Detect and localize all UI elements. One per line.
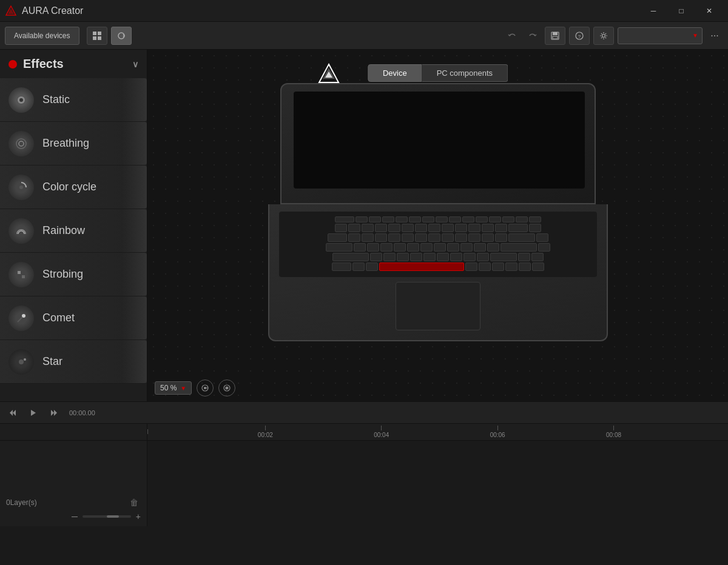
breathing-label: Breathing: [42, 137, 89, 150]
key-rshift: [490, 253, 517, 261]
timeline-current-time: 00:00.00: [69, 409, 95, 416]
close-button[interactable]: ✕: [695, 0, 723, 22]
touchpad: [396, 282, 480, 330]
effect-item-comet[interactable]: Comet: [0, 296, 147, 340]
fn-key-row: [284, 216, 592, 222]
key-0: [468, 224, 480, 232]
tl-marker-3: 00:06: [490, 426, 505, 438]
shift-key-row: [284, 253, 592, 261]
effect-item-static[interactable]: Static: [0, 78, 147, 122]
toolbar: Available devices: [0, 22, 728, 50]
effect-item-strobing[interactable]: Strobing: [0, 253, 147, 296]
device-tabs: Device PC components: [368, 64, 508, 82]
delete-layer-button[interactable]: 🗑: [127, 496, 141, 509]
key-f6: [422, 216, 434, 222]
effects-header[interactable]: Effects ∨: [0, 50, 147, 78]
tl-marker-0: [147, 429, 148, 435]
laptop-screen: [294, 92, 585, 189]
timeline-play-button[interactable]: [25, 405, 41, 421]
strobing-label: Strobing: [42, 268, 83, 281]
grid-view-button[interactable]: [87, 27, 107, 45]
effect-item-star[interactable]: Star: [0, 340, 147, 384]
strobing-icon: [8, 262, 34, 287]
svg-rect-7: [553, 32, 558, 35]
star-label: Star: [42, 355, 62, 368]
key-enter: [500, 243, 537, 252]
bottom-key-row: [284, 262, 592, 271]
rainbow-label: Rainbow: [42, 224, 85, 237]
timeline-scroll-thumb: [107, 515, 119, 518]
key-3: [375, 224, 387, 232]
settings-button[interactable]: [593, 27, 614, 45]
tab-device[interactable]: Device: [368, 64, 422, 82]
static-label: Static: [42, 93, 70, 106]
redo-button[interactable]: [524, 27, 541, 44]
tl-marker-4: 00:08: [606, 426, 621, 438]
timeline-track-area: [147, 441, 728, 526]
maximize-button[interactable]: □: [667, 0, 695, 22]
timeline-minus-button[interactable]: ─: [72, 512, 78, 521]
key-down: [519, 262, 531, 271]
help-button[interactable]: ?: [569, 27, 590, 45]
tab-pc-components[interactable]: PC components: [422, 64, 508, 82]
effects-dot: [8, 60, 17, 69]
minimize-button[interactable]: ─: [639, 0, 667, 22]
effect-item-breathing[interactable]: Breathing: [0, 122, 147, 165]
key-tab: [328, 233, 347, 242]
svg-rect-8: [553, 36, 558, 39]
zoom-fit-button[interactable]: [218, 379, 235, 396]
svg-point-20: [19, 359, 24, 364]
timeline-sidebar: 0Layer(s) 🗑 ─ +: [0, 441, 147, 526]
key-f12: [502, 216, 514, 222]
zoom-dropdown[interactable]: 50 % ▼: [155, 381, 192, 395]
main-content: Effects ∨ Static Breathing: [0, 50, 728, 401]
svg-text:?: ?: [578, 34, 581, 39]
effects-label: Effects: [23, 57, 64, 71]
timeline-rewind-button[interactable]: [5, 405, 21, 421]
key-f5: [409, 216, 421, 222]
static-icon: [8, 87, 34, 113]
number-key-row: [284, 224, 592, 232]
star-icon: [8, 349, 34, 375]
timeline-forward-button[interactable]: [46, 405, 62, 421]
comet-label: Comet: [42, 312, 75, 324]
key-prtsc: [516, 216, 528, 222]
color-cycle-icon: [8, 175, 34, 200]
key-f9: [462, 216, 474, 222]
rog-logo-area: [317, 62, 341, 86]
timeline-plus-button[interactable]: +: [136, 512, 141, 521]
tl-marker-1: 00:02: [258, 426, 273, 438]
available-devices-button[interactable]: Available devices: [5, 27, 79, 45]
svg-rect-2: [93, 32, 96, 35]
effect-item-rainbow[interactable]: Rainbow: [0, 209, 147, 253]
key-right: [532, 262, 544, 271]
rainbow-icon: [8, 218, 34, 244]
timeline-scroll-track: [83, 515, 131, 518]
key-ctrl: [332, 262, 351, 271]
more-button[interactable]: ···: [706, 27, 723, 44]
rog-logo-icon: [317, 62, 341, 86]
effect-item-color-cycle[interactable]: Color cycle: [0, 165, 147, 209]
key-4: [388, 224, 400, 232]
save-button[interactable]: [545, 27, 565, 45]
svg-point-29: [226, 387, 228, 389]
undo-button[interactable]: [504, 27, 521, 44]
svg-point-11: [602, 34, 605, 37]
canvas-area: Device PC components: [147, 50, 728, 401]
key-5: [402, 224, 414, 232]
profile-dropdown[interactable]: ▼: [618, 27, 703, 44]
zoom-reset-button[interactable]: [197, 379, 214, 396]
timeline-ruler: 00:02 00:04 00:06 00:08: [147, 424, 728, 441]
sync-button[interactable]: [111, 27, 132, 45]
key-up: [518, 253, 530, 261]
svg-rect-3: [98, 32, 101, 35]
zoom-arrow-icon: ▼: [180, 385, 186, 392]
svg-rect-4: [93, 36, 96, 40]
effects-chevron: ∨: [132, 59, 138, 69]
dropdown-arrow: ▼: [692, 32, 698, 39]
key-del: [529, 216, 541, 222]
titlebar: AURA Creator ─ □ ✕: [0, 0, 728, 22]
timeline-tracks: 0Layer(s) 🗑 ─ +: [0, 441, 728, 526]
timeline-controls: 00:00.00: [0, 402, 728, 424]
svg-marker-34: [54, 410, 57, 416]
